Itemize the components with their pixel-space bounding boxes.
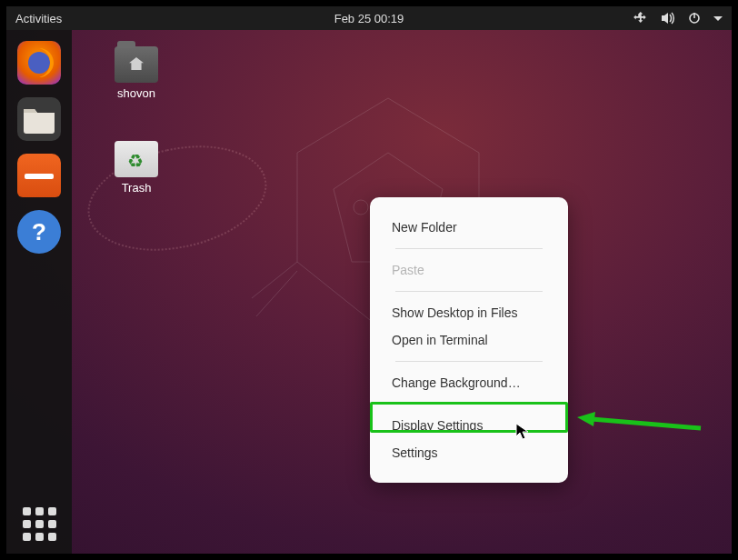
menu-item-new-folder[interactable]: New Folder — [370, 214, 568, 241]
menu-item-display-settings[interactable]: Display Settings — [370, 412, 568, 439]
folder-icon — [22, 104, 56, 135]
svg-point-4 — [354, 200, 368, 215]
dock-app-ubuntu-software[interactable] — [17, 154, 61, 197]
dock-app-files[interactable] — [17, 97, 61, 141]
home-folder-icon — [115, 46, 158, 83]
activities-button[interactable]: Activities — [15, 12, 62, 25]
svg-marker-12 — [577, 412, 595, 426]
clock[interactable]: Feb 25 00:19 — [334, 12, 404, 25]
menu-separator — [395, 361, 543, 362]
dock-app-help[interactable]: ? — [17, 210, 61, 254]
svg-point-10 — [28, 52, 50, 74]
show-applications-button[interactable] — [23, 507, 56, 541]
annotation-arrow — [575, 412, 703, 439]
desktop-icon-label: Trash — [105, 181, 168, 195]
desktop-icon-home[interactable]: shovon — [105, 46, 168, 100]
desktop-context-menu: New Folder Paste Show Desktop in Files O… — [370, 197, 568, 483]
volume-icon — [661, 12, 675, 25]
power-icon — [688, 12, 701, 25]
desktop-area[interactable]: ? shovon ♻ Trash New Folder Paste Show D… — [6, 30, 732, 554]
network-icon — [633, 12, 648, 25]
svg-line-11 — [592, 419, 701, 428]
dock: ? — [6, 30, 72, 554]
svg-line-7 — [256, 271, 297, 316]
menu-item-change-background[interactable]: Change Background… — [370, 369, 568, 396]
menu-item-paste: Paste — [370, 256, 568, 284]
menu-item-show-desktop-in-files[interactable]: Show Desktop in Files — [370, 299, 568, 326]
trash-icon: ♻ — [115, 141, 158, 177]
chevron-down-icon — [713, 12, 723, 25]
menu-separator — [395, 291, 543, 292]
top-bar: Activities Feb 25 00:19 — [6, 6, 732, 30]
menu-separator — [395, 404, 543, 405]
desktop-icon-trash[interactable]: ♻ Trash — [105, 141, 168, 195]
ubuntu-desktop-frame: Activities Feb 25 00:19 — [6, 6, 732, 554]
desktop-icon-label: shovon — [105, 86, 168, 100]
menu-separator — [395, 248, 543, 249]
firefox-icon — [21, 45, 57, 81]
menu-item-settings[interactable]: Settings — [370, 439, 568, 466]
menu-item-open-in-terminal[interactable]: Open in Terminal — [370, 326, 568, 354]
svg-line-6 — [252, 262, 297, 298]
system-status-area[interactable] — [633, 12, 723, 25]
dock-app-firefox[interactable] — [17, 41, 61, 85]
